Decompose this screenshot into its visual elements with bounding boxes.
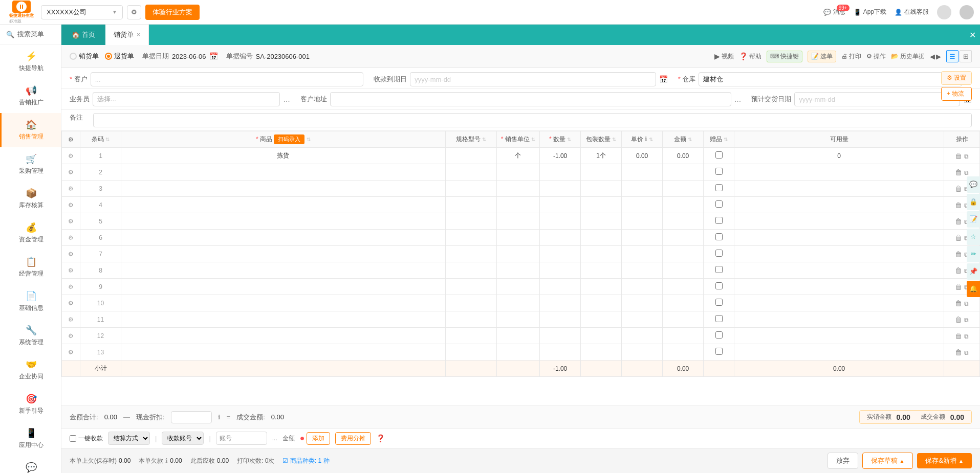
cell-spec[interactable] xyxy=(445,262,496,279)
online-service-button[interactable]: 👤 在线客服 xyxy=(895,8,929,16)
salesperson-ellipsis-icon[interactable]: ... xyxy=(283,95,290,104)
cell-spec[interactable] xyxy=(445,197,496,213)
scan-button[interactable]: 扫码录入 xyxy=(274,134,304,144)
row-settings-icon[interactable]: ⚙ xyxy=(68,300,74,307)
gift-checkbox[interactable] xyxy=(715,315,723,322)
amount-sort-icon[interactable]: ⇅ xyxy=(688,137,692,142)
qty-sort-icon[interactable]: ⇅ xyxy=(567,137,571,142)
row-settings-icon[interactable]: ⚙ xyxy=(68,152,74,160)
cell-spec[interactable] xyxy=(445,164,496,181)
logistics-side-btn[interactable]: + 物流 xyxy=(941,87,972,101)
cell-amount[interactable]: 0.00 xyxy=(663,148,704,164)
action-operate[interactable]: ⚙ 操作 xyxy=(866,52,886,61)
th-available[interactable]: 可用量 xyxy=(734,131,944,148)
cell-price[interactable] xyxy=(622,344,663,361)
cell-unit[interactable] xyxy=(496,279,539,295)
message-button[interactable]: 💬 消息 99+ xyxy=(823,8,845,16)
cell-price[interactable] xyxy=(622,230,663,246)
cell-gift[interactable] xyxy=(704,164,734,181)
th-qty[interactable]: * 数量 ⇅ xyxy=(540,131,581,148)
cell-amount[interactable] xyxy=(663,328,704,344)
customer-input[interactable]: ... xyxy=(91,72,364,86)
cell-amount[interactable] xyxy=(663,279,704,295)
settings-side-btn[interactable]: ⚙ 设置 xyxy=(941,71,972,85)
row-settings-icon[interactable]: ⚙ xyxy=(68,185,74,192)
tab-home[interactable]: 🏠 首页 xyxy=(61,25,105,45)
cell-amount[interactable] xyxy=(663,197,704,213)
sidebar-item-guide[interactable]: 🎯 新手引导 xyxy=(0,387,61,421)
cell-gift[interactable] xyxy=(704,279,734,295)
cell-product[interactable] xyxy=(121,295,446,311)
row-copy-button[interactable]: ⧉ xyxy=(964,317,969,324)
search-menu[interactable]: 🔍 搜索菜单 xyxy=(0,25,61,44)
row-settings-icon[interactable]: ⚙ xyxy=(68,218,74,225)
float-btn-1[interactable]: 💬 xyxy=(967,176,980,193)
cell-spec[interactable] xyxy=(445,328,496,344)
one-click-input[interactable] xyxy=(70,435,76,442)
due-date-input[interactable]: yyyy-mm-dd xyxy=(410,72,656,86)
sidebar-item-marketing[interactable]: 📢 营销推广 xyxy=(0,79,61,113)
discount-info-icon[interactable]: ℹ xyxy=(218,414,221,421)
abandon-button[interactable]: 放弃 xyxy=(827,453,858,469)
cell-price[interactable] xyxy=(622,213,663,230)
settings-button[interactable]: ⚙ xyxy=(127,5,141,19)
view-grid-btn[interactable]: ⊞ xyxy=(960,50,972,62)
cell-product[interactable] xyxy=(121,197,446,213)
save-draft-button[interactable]: 保存草稿 ▲ xyxy=(862,453,913,469)
cell-amount[interactable] xyxy=(663,344,704,361)
cell-amount[interactable] xyxy=(663,164,704,181)
float-btn-7[interactable]: 🔔 xyxy=(967,281,980,297)
cell-unit[interactable]: 个 xyxy=(496,148,539,164)
float-btn-6[interactable]: 📌 xyxy=(967,263,980,280)
sidebar-item-base[interactable]: 📄 基础信息 xyxy=(0,284,61,319)
row-delete-button[interactable]: 🗑 xyxy=(955,348,962,356)
product-sort-icon[interactable]: ⇅ xyxy=(307,137,311,142)
sidebar-item-apps[interactable]: 📱 应用中心 xyxy=(0,421,61,456)
cell-gift[interactable] xyxy=(704,230,734,246)
delivery-date-input[interactable]: yyyy-mm-dd xyxy=(794,92,960,106)
cell-pkgqty[interactable] xyxy=(581,311,622,328)
row-delete-button[interactable]: 🗑 xyxy=(955,168,962,176)
cell-product[interactable]: 拣货 xyxy=(121,148,446,164)
cell-pkgqty[interactable]: 1个 xyxy=(581,148,622,164)
cell-price[interactable] xyxy=(622,279,663,295)
cell-unit[interactable] xyxy=(496,262,539,279)
cell-pkgqty[interactable] xyxy=(581,328,622,344)
action-video[interactable]: ▶ 视频 xyxy=(714,52,734,61)
cell-qty[interactable] xyxy=(540,295,581,311)
cell-pkgqty[interactable] xyxy=(581,164,622,181)
total-owe-info-icon[interactable]: ℹ xyxy=(165,457,168,464)
account-select[interactable]: 收款账号 xyxy=(162,432,204,445)
cell-product[interactable] xyxy=(121,328,446,344)
cell-price[interactable] xyxy=(622,328,663,344)
radio-return-order[interactable]: 退货单 xyxy=(105,52,134,61)
payment-method-select[interactable]: 结算方式 xyxy=(108,432,150,445)
cell-gift[interactable] xyxy=(704,197,734,213)
cell-unit[interactable] xyxy=(496,213,539,230)
cell-gift[interactable] xyxy=(704,213,734,230)
one-click-checkbox[interactable]: 一键收款 xyxy=(70,434,103,443)
row-delete-button[interactable]: 🗑 xyxy=(955,201,962,209)
cell-unit[interactable] xyxy=(496,230,539,246)
cell-price[interactable] xyxy=(622,164,663,181)
price-info-icon[interactable]: ℹ xyxy=(645,136,647,143)
cell-product[interactable] xyxy=(121,181,446,197)
float-btn-5[interactable]: ✏ xyxy=(967,246,980,262)
cell-amount[interactable] xyxy=(663,295,704,311)
sidebar-item-business[interactable]: 📋 经营管理 xyxy=(0,250,61,284)
cell-product[interactable] xyxy=(121,279,446,295)
cell-pkgqty[interactable] xyxy=(581,246,622,262)
th-price[interactable]: 单价 ℹ ⇅ xyxy=(622,131,663,148)
cell-pkgqty[interactable] xyxy=(581,262,622,279)
view-list-btn[interactable]: ☰ xyxy=(946,50,959,62)
unit-sort-icon[interactable]: ⇅ xyxy=(531,137,535,142)
cell-unit[interactable] xyxy=(496,181,539,197)
cell-price[interactable]: 0.00 xyxy=(622,148,663,164)
cell-pkgqty[interactable] xyxy=(581,295,622,311)
sidebar-item-inventory[interactable]: 📦 库存核算 xyxy=(0,182,61,216)
cell-product[interactable] xyxy=(121,246,446,262)
expense-help-icon[interactable]: ❓ xyxy=(376,434,385,442)
row-copy-button[interactable]: ⧉ xyxy=(964,333,969,340)
action-shortcut[interactable]: ⌨ 快捷键 xyxy=(767,51,802,62)
customer-addr-input[interactable] xyxy=(330,92,731,106)
